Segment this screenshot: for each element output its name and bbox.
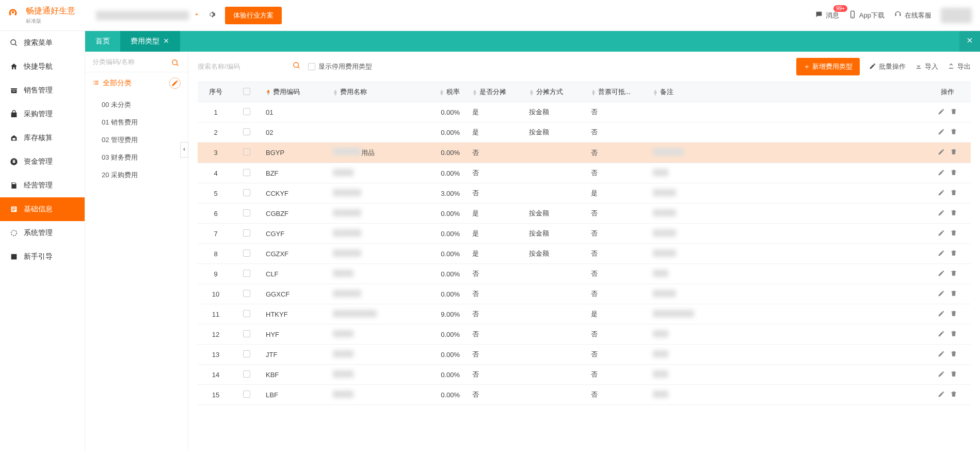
tab-home[interactable]: 首页	[85, 31, 120, 52]
batch-ops-link[interactable]: 批量操作	[869, 62, 906, 71]
delete-row-icon[interactable]	[950, 108, 957, 117]
delete-row-icon[interactable]	[950, 290, 957, 299]
edit-row-icon[interactable]	[938, 128, 945, 137]
show-disabled-checkbox[interactable]: 显示停用费用类型	[308, 62, 372, 71]
table-row[interactable]: 4 BZF 0.00% 否 否	[198, 163, 971, 183]
table-row[interactable]: 10 GGXCF 0.00% 否 否	[198, 284, 971, 304]
cell-checkbox[interactable]	[234, 324, 260, 345]
table-row[interactable]: 6 CGBZF 0.00% 是 按金额 否	[198, 204, 971, 224]
table-scroll[interactable]: 序号 ▲▼费用编码 ▲▼费用名称 ▲▼税率 ▲▼是否分摊 ▲▼分摊方式 ▲▼普票…	[198, 82, 971, 405]
delete-row-icon[interactable]	[950, 391, 957, 399]
delete-row-icon[interactable]	[950, 128, 957, 137]
table-row[interactable]: 14 KBF 0.00% 否 否	[198, 365, 971, 385]
col-alloc[interactable]: ▲▼是否分摊	[466, 82, 523, 102]
tab-expense-type[interactable]: 费用类型	[120, 31, 180, 52]
table-row[interactable]: 15 LBF 0.00% 否 否	[198, 385, 971, 405]
cell-checkbox[interactable]	[234, 385, 260, 405]
table-row[interactable]: 9 CLF 0.00% 否 否	[198, 264, 971, 284]
col-method[interactable]: ▲▼分摊方式	[523, 82, 585, 102]
sidebar-item-guide[interactable]: 新手引导	[0, 245, 85, 269]
edit-row-icon[interactable]	[938, 148, 945, 157]
sidebar-item-purchase[interactable]: 采购管理	[0, 102, 85, 126]
add-expense-type-button[interactable]: ＋ 新增费用类型	[796, 58, 860, 75]
table-row[interactable]: 7 CGYF 0.00% 是 按金额 否	[198, 224, 971, 244]
edit-row-icon[interactable]	[938, 290, 945, 299]
category-item[interactable]: 01 销售费用	[85, 114, 188, 131]
sidebar-item-home[interactable]: 快捷导航	[0, 55, 85, 79]
search-icon[interactable]	[293, 61, 301, 72]
table-row[interactable]: 1 01 0.00% 是 按金额 否	[198, 102, 971, 122]
online-service-link[interactable]: 在线客服	[894, 10, 931, 21]
export-link[interactable]: 导出	[947, 62, 971, 71]
table-row[interactable]: 8 CGZXF 0.00% 是 按金额 否	[198, 244, 971, 264]
delete-row-icon[interactable]	[950, 229, 957, 238]
app-download-link[interactable]: App下载	[848, 10, 885, 21]
delete-row-icon[interactable]	[950, 169, 957, 178]
edit-category-icon[interactable]	[169, 77, 181, 89]
category-item[interactable]: 02 管理费用	[85, 131, 188, 149]
table-row[interactable]: 5 CCKYF 3.00% 否 是	[198, 183, 971, 204]
edit-row-icon[interactable]	[938, 391, 945, 399]
delete-row-icon[interactable]	[950, 148, 957, 157]
table-row[interactable]: 3 BGYP 用品 0.00% 否 否	[198, 143, 971, 163]
avatar[interactable]	[941, 8, 972, 23]
sidebar-item-inventory[interactable]: 库存核算	[0, 126, 85, 150]
table-row[interactable]: 2 02 0.00% 是 按金额 否	[198, 122, 971, 143]
edit-row-icon[interactable]	[938, 370, 945, 379]
col-remark[interactable]: ▲▼备注	[647, 82, 924, 102]
edit-row-icon[interactable]	[938, 250, 945, 258]
sidebar-item-basicinfo[interactable]: 基础信息	[0, 197, 85, 221]
collapse-panel-handle[interactable]	[180, 142, 188, 158]
col-seq[interactable]: 序号	[198, 82, 234, 102]
edit-row-icon[interactable]	[938, 330, 945, 339]
delete-row-icon[interactable]	[950, 270, 957, 278]
sidebar-item-system[interactable]: 系统管理	[0, 221, 85, 245]
category-item[interactable]: 20 采购费用	[85, 166, 188, 184]
cell-checkbox[interactable]	[234, 224, 260, 244]
category-all[interactable]: 全部分类	[85, 72, 188, 94]
delete-row-icon[interactable]	[950, 209, 957, 218]
table-row[interactable]: 12 HYF 0.00% 否 否	[198, 324, 971, 345]
sidebar-item-business[interactable]: 经营管理	[0, 174, 85, 197]
table-search-input[interactable]	[198, 60, 301, 73]
delete-row-icon[interactable]	[950, 250, 957, 258]
col-code[interactable]: ▲▼费用编码	[260, 82, 327, 102]
table-row[interactable]: 11 HTKYF 9.00% 否 是	[198, 304, 971, 324]
sidebar-item-finance[interactable]: 资金管理	[0, 150, 85, 174]
col-ordinary[interactable]: ▲▼普票可抵...	[585, 82, 647, 102]
col-rate[interactable]: ▲▼税率	[414, 82, 466, 102]
edit-row-icon[interactable]	[938, 270, 945, 278]
edit-row-icon[interactable]	[938, 229, 945, 238]
cell-checkbox[interactable]	[234, 345, 260, 365]
cell-checkbox[interactable]	[234, 183, 260, 204]
col-name[interactable]: ▲▼费用名称	[327, 82, 414, 102]
tenant-selector[interactable]	[96, 11, 200, 20]
cell-checkbox[interactable]	[234, 102, 260, 122]
edit-row-icon[interactable]	[938, 310, 945, 319]
cell-checkbox[interactable]	[234, 284, 260, 304]
gear-icon[interactable]	[207, 10, 216, 21]
experience-industry-button[interactable]: 体验行业方案	[225, 7, 282, 24]
sidebar-item-search-menu[interactable]: 搜索菜单	[0, 31, 85, 55]
edit-row-icon[interactable]	[938, 108, 945, 117]
delete-row-icon[interactable]	[950, 310, 957, 319]
col-checkbox[interactable]	[234, 82, 260, 102]
close-icon[interactable]	[163, 37, 170, 46]
cell-checkbox[interactable]	[234, 122, 260, 143]
close-all-tabs[interactable]	[959, 31, 980, 52]
cell-checkbox[interactable]	[234, 143, 260, 163]
delete-row-icon[interactable]	[950, 189, 957, 198]
category-item[interactable]: 00 未分类	[85, 96, 188, 114]
edit-row-icon[interactable]	[938, 189, 945, 198]
cell-checkbox[interactable]	[234, 264, 260, 284]
edit-row-icon[interactable]	[938, 209, 945, 218]
category-search-input[interactable]	[92, 58, 181, 66]
category-item[interactable]: 03 财务费用	[85, 149, 188, 166]
edit-row-icon[interactable]	[938, 350, 945, 359]
cell-checkbox[interactable]	[234, 304, 260, 324]
cell-checkbox[interactable]	[234, 204, 260, 224]
table-row[interactable]: 13 JTF 0.00% 否 否	[198, 345, 971, 365]
delete-row-icon[interactable]	[950, 330, 957, 339]
edit-row-icon[interactable]	[938, 169, 945, 178]
delete-row-icon[interactable]	[950, 350, 957, 359]
